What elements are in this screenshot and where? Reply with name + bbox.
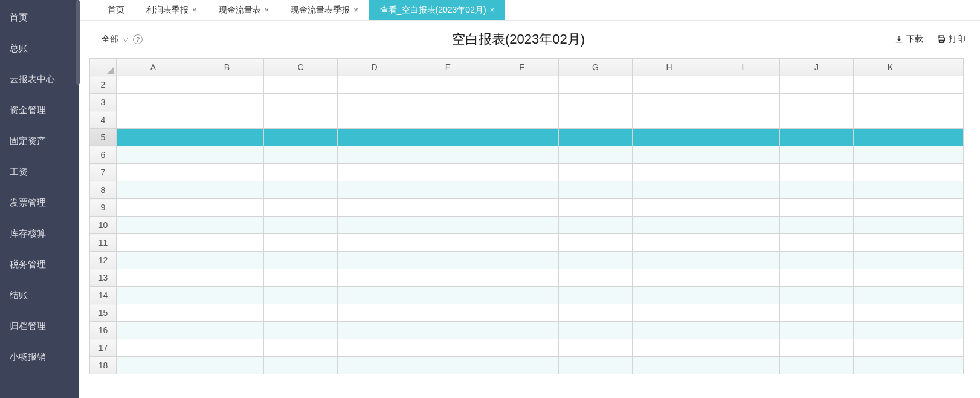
cell[interactable]: [190, 322, 264, 339]
cell[interactable]: [264, 357, 338, 374]
cell[interactable]: [338, 252, 411, 269]
cell[interactable]: [411, 252, 485, 269]
cell[interactable]: [854, 234, 927, 252]
sidebar-scrollbar[interactable]: [76, 0, 80, 85]
cell[interactable]: [411, 269, 485, 287]
cell[interactable]: [338, 199, 411, 217]
cell[interactable]: [485, 234, 559, 252]
cell[interactable]: [633, 287, 706, 304]
column-header-K[interactable]: K: [854, 59, 927, 76]
cell[interactable]: [485, 111, 559, 129]
cell[interactable]: [706, 234, 780, 252]
cell[interactable]: [190, 252, 264, 269]
cell[interactable]: [338, 269, 411, 287]
tab-4[interactable]: 查看_空白报表(2023年02月)×: [369, 0, 505, 20]
cell[interactable]: [190, 234, 264, 252]
cell[interactable]: [411, 234, 485, 252]
sidebar-item-4[interactable]: 固定资产: [0, 126, 79, 157]
cell[interactable]: [559, 322, 633, 339]
cell[interactable]: [338, 357, 411, 374]
row-header-17[interactable]: 17: [90, 339, 117, 357]
cell[interactable]: [780, 111, 854, 129]
cell[interactable]: [485, 287, 559, 304]
cell[interactable]: [117, 76, 190, 94]
cell[interactable]: [927, 339, 964, 357]
row-header-4[interactable]: 4: [90, 111, 117, 129]
cell[interactable]: [190, 181, 264, 199]
cell[interactable]: [117, 146, 190, 164]
cell[interactable]: [706, 357, 780, 374]
sidebar-item-9[interactable]: 结账: [0, 280, 79, 311]
cell[interactable]: [927, 304, 964, 322]
cell[interactable]: [117, 181, 190, 199]
cell[interactable]: [190, 129, 264, 146]
cell[interactable]: [264, 181, 338, 199]
cell[interactable]: [117, 164, 190, 181]
cell[interactable]: [559, 111, 633, 129]
cell[interactable]: [927, 111, 964, 129]
cell[interactable]: [559, 252, 633, 269]
cell[interactable]: [559, 339, 633, 357]
cell[interactable]: [338, 129, 411, 146]
cell[interactable]: [927, 94, 964, 111]
tab-3[interactable]: 现金流量表季报×: [280, 0, 369, 20]
sidebar-item-0[interactable]: 首页: [0, 2, 79, 33]
cell[interactable]: [854, 304, 927, 322]
cell[interactable]: [780, 164, 854, 181]
cell[interactable]: [633, 322, 706, 339]
cell[interactable]: [190, 357, 264, 374]
cell[interactable]: [117, 269, 190, 287]
cell[interactable]: [854, 199, 927, 217]
cell[interactable]: [264, 304, 338, 322]
cell[interactable]: [338, 111, 411, 129]
row-header-5[interactable]: 5: [90, 129, 117, 146]
cell[interactable]: [633, 146, 706, 164]
cell[interactable]: [485, 164, 559, 181]
cell[interactable]: [411, 339, 485, 357]
cell[interactable]: [264, 76, 338, 94]
cell[interactable]: [633, 339, 706, 357]
cell[interactable]: [927, 252, 964, 269]
sidebar-item-7[interactable]: 库存核算: [0, 218, 79, 249]
cell[interactable]: [559, 287, 633, 304]
cell[interactable]: [559, 217, 633, 234]
cell[interactable]: [706, 199, 780, 217]
cell[interactable]: [854, 76, 927, 94]
cell[interactable]: [264, 339, 338, 357]
cell[interactable]: [633, 304, 706, 322]
cell[interactable]: [190, 164, 264, 181]
cell[interactable]: [338, 304, 411, 322]
cell[interactable]: [117, 217, 190, 234]
cell[interactable]: [706, 217, 780, 234]
cell[interactable]: [780, 339, 854, 357]
cell[interactable]: [411, 322, 485, 339]
cell[interactable]: [190, 111, 264, 129]
cell[interactable]: [264, 217, 338, 234]
sidebar-item-3[interactable]: 资金管理: [0, 95, 79, 126]
cell[interactable]: [780, 287, 854, 304]
cell[interactable]: [927, 234, 964, 252]
cell[interactable]: [633, 94, 706, 111]
cell[interactable]: [264, 164, 338, 181]
cell[interactable]: [117, 111, 190, 129]
close-icon[interactable]: ×: [265, 5, 269, 15]
cell[interactable]: [559, 164, 633, 181]
row-header-16[interactable]: 16: [90, 322, 117, 339]
sidebar-item-6[interactable]: 发票管理: [0, 188, 79, 218]
cell[interactable]: [706, 252, 780, 269]
print-button[interactable]: 打印: [936, 34, 965, 45]
cell[interactable]: [780, 357, 854, 374]
cell[interactable]: [411, 287, 485, 304]
tab-2[interactable]: 现金流量表×: [208, 0, 280, 20]
cell[interactable]: [485, 199, 559, 217]
row-header-8[interactable]: 8: [90, 181, 117, 199]
cell[interactable]: [117, 304, 190, 322]
sidebar-item-5[interactable]: 工资: [0, 157, 79, 188]
cell[interactable]: [559, 199, 633, 217]
cell[interactable]: [264, 252, 338, 269]
cell[interactable]: [411, 181, 485, 199]
cell[interactable]: [411, 111, 485, 129]
sidebar-item-8[interactable]: 税务管理: [0, 249, 79, 280]
spreadsheet[interactable]: ABCDEFGHIJK23456789101112131415161718: [89, 58, 964, 374]
cell[interactable]: [633, 76, 706, 94]
